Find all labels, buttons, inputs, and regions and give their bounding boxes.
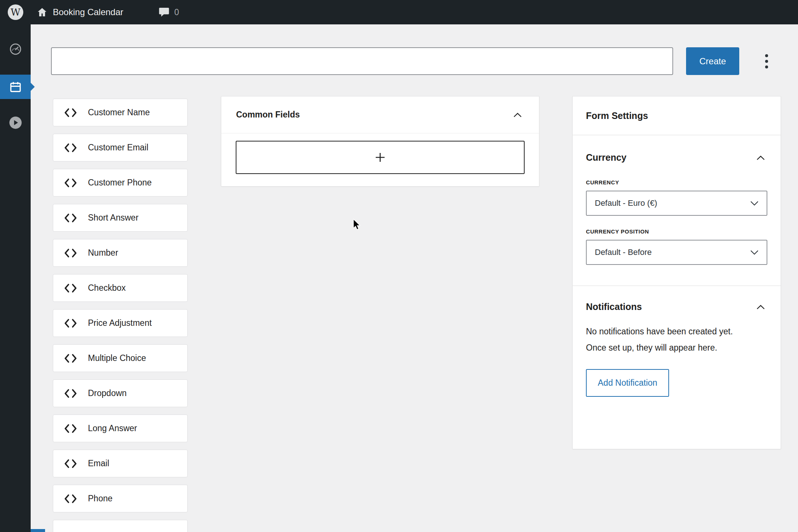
admin-sidebar [0, 24, 31, 532]
kebab-menu-button[interactable] [756, 50, 778, 72]
currency-select-value: Default - Euro (€) [595, 198, 657, 208]
code-icon [64, 283, 77, 293]
field-item-label: Short Answer [88, 213, 139, 223]
code-icon [64, 354, 77, 363]
field-item-label: Email [88, 458, 109, 468]
code-icon [64, 459, 77, 468]
admin-bar: W Booking Calendar 0 [0, 0, 798, 24]
field-item-label: Long Answer [88, 423, 137, 433]
notifications-empty-message: No notifications have been created yet. … [586, 323, 750, 356]
code-icon [64, 108, 77, 117]
kebab-menu-icon [764, 54, 769, 69]
currency-section-title: Currency [586, 152, 627, 163]
field-item-label: Customer Phone [88, 178, 152, 188]
common-fields-header: Common Fields [221, 96, 539, 133]
currency-label: CURRENCY [586, 179, 767, 185]
field-item-label: Dropdown [88, 388, 127, 398]
notifications-section: Notifications No notifications have been… [573, 286, 781, 410]
sidebar-item-booking-calendar[interactable] [0, 75, 31, 99]
notifications-section-title: Notifications [586, 301, 642, 312]
plus-icon [374, 151, 387, 164]
field-item-short-answer[interactable]: Short Answer [53, 204, 188, 232]
code-icon [64, 213, 77, 223]
form-title-input[interactable] [51, 47, 673, 75]
chevron-up-icon [756, 155, 765, 160]
code-icon [64, 318, 77, 328]
form-settings-title: Form Settings [586, 110, 648, 121]
field-item-label: Customer Email [88, 143, 149, 153]
wordpress-logo-icon: W [7, 4, 24, 21]
code-icon [64, 424, 77, 433]
field-item-label: Price Adjustment [88, 318, 152, 328]
common-fields-panel: Common Fields [221, 96, 539, 187]
field-palette: Customer Name Customer Email Customer Ph… [53, 99, 188, 532]
field-item-customer-email[interactable]: Customer Email [53, 134, 188, 161]
svg-text:W: W [10, 7, 20, 18]
code-icon [64, 178, 77, 188]
field-item-multiple-choice[interactable]: Multiple Choice [53, 344, 188, 372]
calendar-icon [8, 80, 23, 94]
currency-section: Currency CURRENCY Default - Euro (€) CUR… [573, 135, 781, 286]
mouse-cursor-icon [353, 219, 361, 230]
field-item-phone[interactable]: Phone [53, 485, 188, 512]
field-item-number[interactable]: Number [53, 239, 188, 267]
comment-count: 0 [174, 7, 179, 17]
home-icon [37, 7, 48, 18]
chevron-up-icon [756, 304, 765, 310]
currency-position-select-value: Default - Before [595, 248, 652, 257]
collapse-notifications-button[interactable] [754, 302, 767, 312]
wordpress-menu-button[interactable]: W [0, 0, 31, 24]
field-item-price-adjustment[interactable]: Price Adjustment [53, 309, 188, 337]
add-field-button[interactable] [236, 141, 525, 174]
currency-position-label: CURRENCY POSITION [586, 228, 767, 235]
comments-link[interactable]: 0 [154, 0, 184, 24]
common-fields-body [221, 133, 539, 174]
field-item-customer-name[interactable]: Customer Name [53, 99, 188, 126]
field-item-label: Multiple Choice [88, 353, 146, 363]
code-icon [64, 248, 77, 258]
code-icon [64, 389, 77, 398]
sidebar-item-video[interactable] [0, 110, 31, 135]
currency-position-select[interactable]: Default - Before [586, 240, 767, 265]
field-item-label: Customer Name [88, 108, 150, 117]
chevron-up-icon [513, 112, 522, 117]
chevron-down-icon [750, 250, 758, 255]
form-settings-header: Form Settings [573, 96, 781, 135]
site-link[interactable]: Booking Calendar [31, 0, 129, 24]
field-item-partial[interactable] [53, 520, 188, 532]
code-icon [64, 143, 77, 153]
field-item-label: Number [88, 248, 118, 258]
add-notification-button[interactable]: Add Notification [586, 369, 669, 397]
main-content: Create Customer Name Customer Email Cust… [31, 24, 798, 532]
play-circle-icon [8, 116, 23, 130]
field-item-customer-phone[interactable]: Customer Phone [53, 169, 188, 197]
comment-bubble-icon [158, 7, 170, 17]
partial-element-fragment [31, 529, 45, 532]
active-menu-arrow [31, 83, 35, 91]
common-fields-title: Common Fields [236, 110, 300, 120]
field-item-label: Phone [88, 494, 113, 504]
site-name: Booking Calendar [53, 7, 123, 17]
collapse-common-fields-button[interactable] [511, 110, 524, 120]
field-item-email[interactable]: Email [53, 450, 188, 477]
field-item-checkbox[interactable]: Checkbox [53, 274, 188, 302]
code-icon [64, 494, 77, 504]
currency-select[interactable]: Default - Euro (€) [586, 191, 767, 216]
field-item-long-answer[interactable]: Long Answer [53, 415, 188, 442]
create-button[interactable]: Create [686, 47, 739, 75]
field-item-label: Checkbox [88, 283, 126, 293]
dashboard-gauge-icon [9, 42, 22, 56]
sidebar-item-dashboard[interactable] [0, 37, 31, 61]
chevron-down-icon [750, 201, 758, 206]
form-settings-panel: Form Settings Currency CURRENCY Default … [572, 96, 781, 449]
field-item-dropdown[interactable]: Dropdown [53, 379, 188, 407]
collapse-currency-button[interactable] [754, 153, 767, 163]
